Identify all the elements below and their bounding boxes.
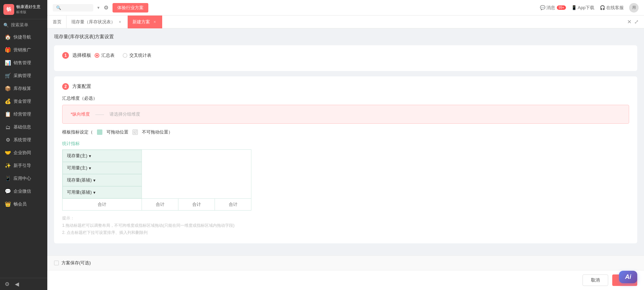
- stats-section-title: 统计指标: [62, 141, 629, 147]
- cancel-button[interactable]: 取消: [583, 274, 608, 286]
- sidebar-item-enterprise[interactable]: 🤝 企业协同: [0, 146, 47, 159]
- tab-new-scheme-close[interactable]: ×: [152, 19, 157, 25]
- tip-item-1: 2. 点击标题栏下拉可设置排序、插入列和删除列: [62, 229, 629, 237]
- app-logo-icon: 畅: [3, 4, 14, 15]
- ai-assistant-button[interactable]: Ai: [619, 271, 637, 283]
- gear-icon: ⚙: [5, 137, 11, 143]
- template-option-crosstab[interactable]: 交叉统计表: [123, 52, 151, 58]
- dimension-area-label: 汇总维度（必选）: [62, 95, 629, 101]
- section2-title: 方案配置: [72, 83, 91, 90]
- sidebar-logo: 畅 畅康通好生意 标准版: [0, 0, 47, 19]
- section2-header: 2 方案配置: [62, 83, 629, 90]
- user-avatar[interactable]: 用: [629, 3, 639, 13]
- stats-cell-0-2: 合计: [178, 199, 215, 211]
- template-options: 汇总表 交叉统计表: [95, 52, 151, 58]
- clipboard-icon: 📋: [5, 111, 11, 117]
- tip-item-0: 1.拖动标题栏可以调整布局，不可跨维度或指标区域拖动(只能在同一维度或指标区域内…: [62, 222, 629, 229]
- save-option-label: 方案保存(可选): [61, 260, 91, 266]
- save-checkbox[interactable]: [54, 261, 59, 265]
- sidebar-item-sales[interactable]: 📊 销售管理: [0, 56, 47, 69]
- stats-col-header-1[interactable]: 可用量(主) ▾: [63, 162, 142, 174]
- stats-table: 现存量(主) ▾ 可用量(主) ▾: [62, 149, 251, 211]
- settings-icon[interactable]: ⚙: [5, 281, 9, 287]
- footer-buttons: 取消 查询: [47, 270, 644, 290]
- main-area: 🔍 ▾ ⚙ 体验行业方案 💬 消息 99+ 📱 App下载 🎧 在线客服 用: [47, 0, 644, 290]
- search-icon: 🔍: [56, 5, 61, 10]
- sidebar-item-operation[interactable]: 📋 经营管理: [0, 108, 47, 121]
- home-icon: 🏠: [5, 34, 11, 40]
- template-option-summary[interactable]: 汇总表: [95, 52, 115, 58]
- section1-number: 1: [62, 52, 69, 59]
- handshake-icon: 🤝: [5, 150, 11, 156]
- app-name-text: 畅康通好生意 标准版: [16, 4, 41, 15]
- radio-summary-circle: [95, 53, 99, 58]
- sidebar-item-inventory[interactable]: 📦 库存核算: [0, 82, 47, 95]
- tab-close-all-icon[interactable]: ✕: [627, 19, 631, 25]
- tab-inventory[interactable]: 现存量（库存状况表） ×: [67, 16, 128, 28]
- sidebar-item-guide[interactable]: ✨ 新手引导: [0, 159, 47, 172]
- col-dropdown-icon-1: ▾: [89, 166, 91, 171]
- download-icon: 📱: [571, 5, 577, 10]
- sidebar-item-purchase[interactable]: 🛒 采购管理: [0, 69, 47, 82]
- stats-cell-0-1: 合计: [142, 199, 178, 211]
- sidebar-item-vip[interactable]: 👑 畅会员: [0, 198, 47, 211]
- tabs-bar: 首页 现存量（库存状况表） × 新建方案 × ✕ ⤢: [47, 16, 644, 28]
- customer-service-button[interactable]: 🎧 在线客服: [600, 5, 624, 11]
- section-config: 2 方案配置 汇总维度（必选） *纵向维度 —— 请选择分组维度 模板指标设定（…: [54, 76, 637, 243]
- dimension-row[interactable]: *纵向维度 —— 请选择分组维度: [62, 105, 629, 124]
- stats-col-header-3[interactable]: 可用量(基辅) ▾: [63, 186, 142, 198]
- wechat-icon: 💬: [5, 188, 11, 194]
- col-dropdown-icon-3: ▾: [93, 190, 96, 195]
- tips-title: 提示：: [62, 216, 74, 220]
- cart-icon: 🛒: [5, 73, 11, 79]
- topbar-right: 💬 消息 99+ 📱 App下载 🎧 在线客服 用: [540, 3, 639, 13]
- radio-crosstab-circle: [123, 53, 127, 58]
- headset-icon: 🎧: [600, 5, 605, 10]
- sidebar-item-quick-nav[interactable]: 🏠 快捷导航: [0, 31, 47, 44]
- page-title: 现存量(库存状况表)方案设置: [54, 34, 637, 40]
- content-area: 现存量(库存状况表)方案设置 1 选择模板 汇总表 交叉统计表: [47, 28, 644, 256]
- sidebar-item-basic[interactable]: 🗂 基础信息: [0, 121, 47, 134]
- tab-new-scheme[interactable]: 新建方案 ×: [128, 16, 162, 28]
- dimension-dash: ——: [95, 112, 104, 117]
- search-icon: 🔍: [3, 23, 9, 28]
- topbar-gear-icon[interactable]: ⚙: [104, 4, 108, 11]
- content-wrapper: 现存量(库存状况表)方案设置 1 选择模板 汇总表 交叉统计表: [47, 28, 644, 290]
- sidebar-item-app-center[interactable]: 📱 应用中心: [0, 172, 47, 185]
- stats-cell-0-0: 合计: [63, 199, 142, 211]
- dimension-row-label: *纵向维度: [71, 111, 90, 117]
- sidebar-search[interactable]: 🔍 搜索菜单: [0, 19, 47, 31]
- collapse-icon[interactable]: ◀: [15, 281, 19, 287]
- sidebar-item-marketing[interactable]: 🎁 营销推广: [0, 44, 47, 56]
- template-indicator: 模板指标设定（ 可拖动位置 不可拖动位置）: [62, 129, 629, 135]
- sidebar-item-finance[interactable]: 💰 资金管理: [0, 95, 47, 108]
- topbar-search-box[interactable]: 🔍: [53, 4, 93, 11]
- section2-number: 2: [62, 83, 69, 90]
- section-template: 1 选择模板 汇总表 交叉统计表: [54, 45, 637, 71]
- message-icon: 💬: [540, 5, 545, 10]
- tips-section: 提示： 1.拖动标题栏可以调整布局，不可跨维度或指标区域拖动(只能在同一维度或指…: [62, 215, 629, 237]
- topbar-dropdown-icon[interactable]: ▾: [97, 5, 100, 10]
- stats-col-header-2[interactable]: 现存量(基辅) ▾: [63, 174, 142, 186]
- tab-fullscreen-icon[interactable]: ⤢: [634, 19, 639, 25]
- tab-inventory-close[interactable]: ×: [117, 19, 123, 25]
- stats-col-header-0[interactable]: 现存量(主) ▾: [63, 150, 142, 162]
- sidebar-nav: 🏠 快捷导航 🎁 营销推广 📊 销售管理 🛒 采购管理 📦 库存核算 💰 资金管…: [0, 31, 47, 278]
- config-section: 汇总维度（必选） *纵向维度 —— 请选择分组维度 模板指标设定（ 可拖动位置 …: [62, 95, 629, 237]
- tab-home[interactable]: 首页: [53, 16, 67, 28]
- industry-button[interactable]: 体验行业方案: [113, 3, 148, 13]
- sidebar-item-wechat[interactable]: 💬 企业微信: [0, 185, 47, 198]
- messages-button[interactable]: 💬 消息 99+: [540, 5, 566, 11]
- col-dropdown-icon-2: ▾: [93, 178, 96, 183]
- money-icon: 💰: [5, 98, 11, 104]
- save-option-row: 方案保存(可选): [47, 256, 644, 270]
- crown-icon: 👑: [5, 201, 11, 207]
- sidebar-item-system[interactable]: ⚙ 系统管理: [0, 134, 47, 146]
- stats-row-0: 合计 合计 合计 合计: [63, 199, 251, 211]
- section1-header: 1 选择模板 汇总表 交叉统计表: [62, 52, 629, 59]
- box-icon: 📦: [5, 86, 11, 92]
- app-download-button[interactable]: 📱 App下载: [571, 5, 594, 11]
- message-badge: 99+: [557, 5, 566, 10]
- fixed-indicator-box: [132, 129, 138, 135]
- gift-icon: 🎁: [5, 47, 11, 53]
